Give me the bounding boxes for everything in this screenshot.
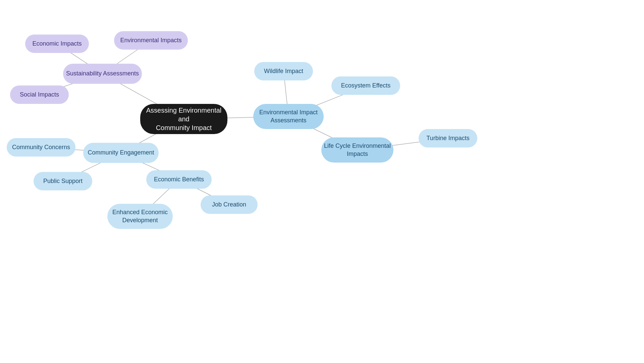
turbine-impacts-node[interactable]: Turbine Impacts bbox=[419, 129, 477, 147]
wildlife-impact-label: Wildlife Impact bbox=[263, 67, 305, 75]
turbine-impacts-label: Turbine Impacts bbox=[425, 134, 471, 142]
env-impact-assessments-label: Environmental Impact Assessments bbox=[258, 109, 319, 124]
economic-impacts-label: Economic Impacts bbox=[31, 40, 83, 48]
job-creation-label: Job Creation bbox=[211, 201, 248, 208]
economic-impacts-node[interactable]: Economic Impacts bbox=[25, 35, 89, 53]
economic-benefits-label: Economic Benefits bbox=[153, 176, 205, 183]
community-engagement-node[interactable]: Community Engagement bbox=[83, 143, 159, 163]
enhanced-economic-node[interactable]: Enhanced Economic Development bbox=[107, 204, 173, 229]
public-support-node[interactable]: Public Support bbox=[34, 172, 92, 190]
social-impacts-label: Social Impacts bbox=[18, 91, 60, 99]
environmental-impacts-node[interactable]: Environmental Impacts bbox=[114, 31, 188, 50]
economic-benefits-node[interactable]: Economic Benefits bbox=[146, 170, 212, 189]
env-impact-assessments-node[interactable]: Environmental Impact Assessments bbox=[253, 104, 324, 129]
community-concerns-label: Community Concerns bbox=[11, 143, 71, 151]
social-impacts-node[interactable]: Social Impacts bbox=[10, 85, 69, 104]
sustainability-label: Sustainability Assessments bbox=[65, 70, 140, 77]
public-support-label: Public Support bbox=[42, 177, 84, 185]
community-concerns-node[interactable]: Community Concerns bbox=[7, 138, 75, 157]
wildlife-impact-node[interactable]: Wildlife Impact bbox=[254, 62, 313, 80]
enhanced-economic-label: Enhanced Economic Development bbox=[111, 208, 169, 224]
environmental-impacts-label: Environmental Impacts bbox=[119, 37, 183, 44]
sustainability-node[interactable]: Sustainability Assessments bbox=[63, 64, 142, 84]
center-node[interactable]: Assessing Environmental and Community Im… bbox=[140, 104, 227, 134]
community-engagement-label: Community Engagement bbox=[86, 149, 155, 157]
ecosystem-effects-label: Ecosystem Effects bbox=[340, 82, 392, 89]
life-cycle-label: Life Cycle Environmental Impacts bbox=[323, 142, 392, 158]
center-label: Assessing Environmental and Community Im… bbox=[140, 106, 227, 132]
ecosystem-effects-node[interactable]: Ecosystem Effects bbox=[331, 76, 400, 95]
job-creation-node[interactable]: Job Creation bbox=[201, 195, 258, 214]
life-cycle-node[interactable]: Life Cycle Environmental Impacts bbox=[321, 137, 393, 163]
